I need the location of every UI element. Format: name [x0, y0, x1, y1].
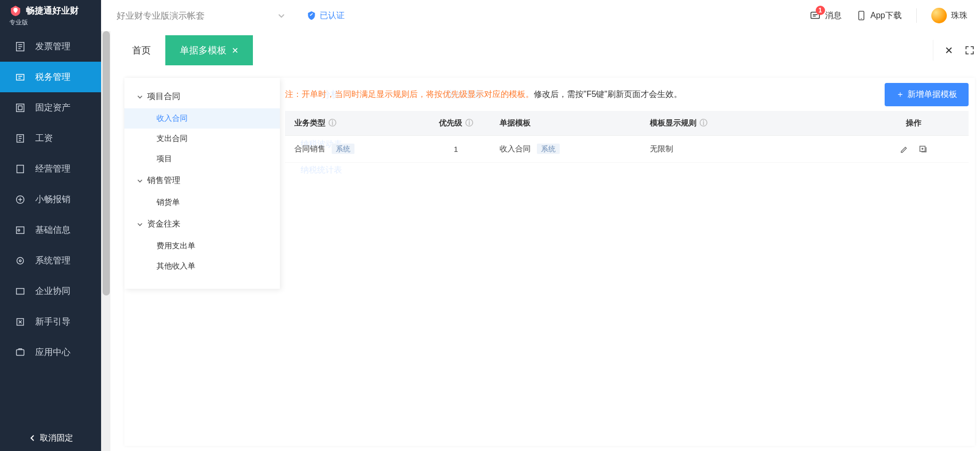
fullscreen-icon[interactable] — [964, 45, 975, 55]
th-label: 单据模板 — [500, 118, 531, 127]
baseinfo-icon — [15, 224, 26, 236]
sidebar-item-label: 工资 — [35, 132, 53, 144]
plus-icon: ＋ — [896, 89, 904, 100]
sidebar-item-tax[interactable]: 税务管理 — [0, 62, 101, 92]
header-mid: 好业财专业版演示帐套 已认证 — [101, 10, 809, 22]
th-rule: 模板显示规则ⓘ — [641, 111, 859, 136]
download-button[interactable]: App下载 — [856, 10, 902, 21]
sidebar-item-appcenter[interactable]: 应用中心 — [0, 337, 101, 368]
group-label: 项目合同 — [147, 91, 180, 102]
cell-ops — [859, 136, 969, 163]
tabs-divider — [933, 40, 933, 61]
group-funds[interactable]: 资金往来 — [124, 213, 280, 236]
th-priority: 优先级ⓘ — [422, 111, 490, 136]
sidebar-item-label: 税务管理 — [35, 71, 70, 83]
sidebar-item-guide[interactable]: 新手引导 — [0, 306, 101, 337]
cell-priority: 1 — [422, 136, 490, 163]
tax-icon — [15, 72, 26, 83]
gear-icon — [15, 255, 26, 266]
brand-edition: 专业版 — [9, 18, 101, 27]
sidebar-item-business[interactable]: 经营管理 — [0, 153, 101, 184]
th-template: 单据模板 — [490, 111, 641, 136]
cat-income-contract[interactable]: 收入合同 — [124, 108, 280, 129]
cell-rule: 无限制 — [641, 136, 859, 163]
sidebar-item-system[interactable]: 系统管理 — [0, 245, 101, 276]
sidebar-item-salary[interactable]: 工资 — [0, 123, 101, 153]
tab-template[interactable]: 单据多模板 ✕ — [165, 35, 253, 65]
sidebar-item-label: 新手引导 — [35, 316, 70, 328]
cat-expense-receipt[interactable]: 费用支出单 — [124, 236, 280, 256]
th-label: 模板显示规则 — [650, 118, 697, 127]
sidebar-item-baseinfo[interactable]: 基础信息 — [0, 215, 101, 245]
arrow-left-icon — [29, 434, 37, 442]
table-row: 合同销售 系统 1 收入合同 系统 无限制 — [285, 136, 969, 163]
brand-block: 畅捷通好业财 专业版 — [0, 0, 101, 31]
sidebar-item-label: 小畅报销 — [35, 193, 70, 205]
notice-row: 注：开单时，当同时满足显示规则后，将按优先级显示对应的模板。修改后，需按"F5键… — [285, 83, 969, 106]
group-project-contract[interactable]: 项目合同 — [124, 85, 280, 108]
main-content: 收入申报 税务申报 税表清册 所得税汇算清缴 分析 税收支出表 纳税波动表 纳税… — [124, 78, 975, 446]
cat-label: 项目 — [157, 154, 172, 163]
close-all-icon[interactable] — [944, 45, 954, 55]
svg-point-11 — [19, 260, 21, 262]
sidebar-footer-label: 取消固定 — [40, 433, 73, 444]
sidebar-item-collab[interactable]: 企业协同 — [0, 276, 101, 306]
salary-icon — [15, 133, 26, 144]
verified-badge[interactable]: 已认证 — [306, 10, 345, 21]
category-panel: 项目合同 收入合同 支出合同 项目 销售管理 销货单 资金往来 费用支出单 其他… — [124, 78, 280, 289]
help-icon[interactable]: ⓘ — [329, 118, 336, 127]
svg-rect-6 — [17, 165, 24, 173]
sidebar-scrollbar[interactable] — [101, 31, 110, 451]
edit-icon[interactable] — [900, 145, 909, 154]
cat-project[interactable]: 项目 — [124, 149, 280, 169]
copy-icon[interactable] — [918, 145, 928, 154]
brand-logo-icon — [9, 5, 22, 17]
asset-icon — [15, 102, 26, 114]
th-label: 优先级 — [439, 118, 462, 127]
sidebar-item-label: 基础信息 — [35, 224, 70, 236]
sidebar-unpin-button[interactable]: 取消固定 — [0, 425, 101, 451]
th-biztype: 业务类型ⓘ — [285, 111, 422, 136]
cat-other-income[interactable]: 其他收入单 — [124, 256, 280, 276]
cat-label: 其他收入单 — [157, 261, 195, 270]
chevron-down-icon — [137, 94, 143, 100]
download-label: App下载 — [871, 10, 902, 21]
messages-label: 消息 — [825, 10, 842, 21]
sidebar-item-label: 应用中心 — [35, 346, 70, 358]
th-ops: 操作 — [859, 111, 969, 136]
invoice-icon — [15, 41, 26, 52]
account-select[interactable]: 好业财专业版演示帐套 — [117, 10, 286, 22]
help-icon[interactable]: ⓘ — [465, 118, 473, 127]
sidebar-item-label: 企业协同 — [35, 285, 70, 297]
cell-biztype: 合同销售 系统 — [285, 136, 422, 163]
tab-label: 首页 — [132, 44, 151, 57]
sidebar-scrollbar-thumb[interactable] — [103, 31, 110, 295]
app-header: 畅捷通好业财 专业版 好业财专业版演示帐套 已认证 1 消息 — [0, 0, 980, 31]
sidebar-item-label: 系统管理 — [35, 255, 70, 266]
account-name: 好业财专业版演示帐套 — [117, 10, 205, 22]
sidebar-item-expense[interactable]: 小畅报销 — [0, 184, 101, 215]
sidebar-item-invoice[interactable]: 发票管理 — [0, 31, 101, 62]
avatar — [931, 8, 947, 23]
collab-icon — [15, 286, 26, 297]
add-btn-label: 新增单据模板 — [907, 89, 957, 100]
help-icon[interactable]: ⓘ — [700, 118, 707, 127]
sidebar-item-fixedasset[interactable]: 固定资产 — [0, 92, 101, 123]
svg-point-9 — [18, 229, 20, 231]
messages-button[interactable]: 1 消息 — [809, 10, 842, 21]
cat-sales-order[interactable]: 销货单 — [124, 192, 280, 213]
cat-expense-contract[interactable]: 支出合同 — [124, 129, 280, 149]
group-label: 销售管理 — [147, 175, 180, 186]
sidebar-item-label: 发票管理 — [35, 40, 70, 52]
tab-home[interactable]: 首页 — [118, 35, 165, 65]
guide-icon — [15, 316, 26, 328]
user-menu[interactable]: 珠珠 — [931, 8, 968, 23]
notice-rest: 修改后，需按"F5键"刷新页面才会生效。 — [534, 90, 682, 98]
watermark: 纳税统计表 — [301, 165, 342, 176]
brand-title: 畅捷通好业财 — [26, 5, 79, 17]
close-icon[interactable]: ✕ — [232, 46, 238, 55]
tabs-right — [933, 40, 980, 61]
chevron-down-icon — [137, 221, 143, 228]
add-template-button[interactable]: ＋ 新增单据模板 — [885, 83, 969, 106]
group-sales[interactable]: 销售管理 — [124, 169, 280, 192]
